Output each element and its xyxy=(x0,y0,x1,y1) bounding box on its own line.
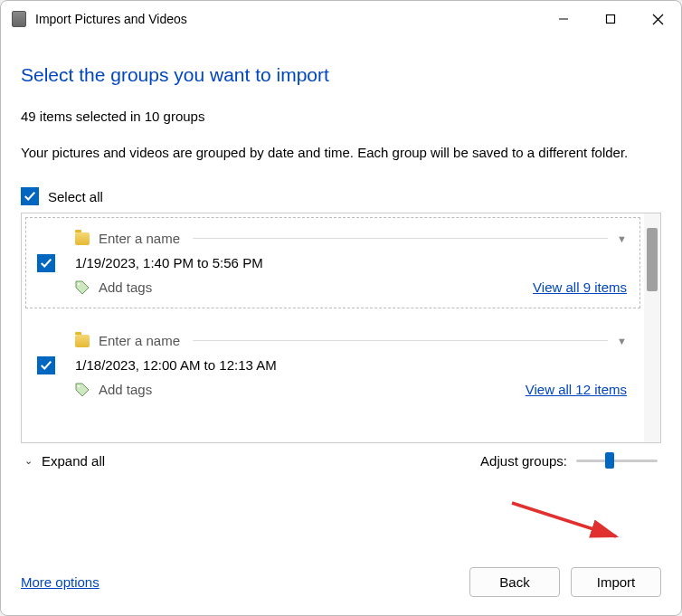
group-date-range: 1/19/2023, 1:40 PM to 5:56 PM xyxy=(75,255,627,270)
description-text: Your pictures and videos are grouped by … xyxy=(21,142,661,164)
view-all-link[interactable]: View all 12 items xyxy=(526,382,627,397)
view-all-link[interactable]: View all 9 items xyxy=(533,280,627,295)
groups-list-inner: Enter a name ▼ 1/19/2023, 1:40 PM to 5:5… xyxy=(22,213,644,442)
name-underline xyxy=(193,238,608,239)
group-item[interactable]: Enter a name ▼ 1/18/2023, 12:00 AM to 12… xyxy=(25,319,640,411)
import-button[interactable]: Import xyxy=(571,567,661,597)
select-all-row: Select all xyxy=(21,187,661,205)
tag-icon xyxy=(75,280,90,295)
group-name-input[interactable]: Enter a name xyxy=(99,231,180,246)
maximize-button[interactable] xyxy=(587,1,634,37)
group-date-range: 1/18/2023, 12:00 AM to 12:13 AM xyxy=(75,357,627,373)
slider-thumb[interactable] xyxy=(605,452,614,469)
minimize-icon xyxy=(558,14,569,24)
group-tags-row: Add tags View all 9 items xyxy=(75,280,627,295)
group-checkbox[interactable] xyxy=(37,254,55,272)
close-icon xyxy=(652,14,664,25)
tag-icon xyxy=(75,383,90,397)
group-checkbox[interactable] xyxy=(37,356,55,374)
content-area: Select the groups you want to import 49 … xyxy=(1,37,681,554)
groups-list: Enter a name ▼ 1/19/2023, 1:40 PM to 5:5… xyxy=(21,213,661,443)
check-icon xyxy=(40,257,52,270)
more-options-link[interactable]: More options xyxy=(21,574,459,590)
scrollbar[interactable] xyxy=(644,213,660,442)
selection-summary: 49 items selected in 10 groups xyxy=(21,106,661,128)
group-item[interactable]: Enter a name ▼ 1/19/2023, 1:40 PM to 5:5… xyxy=(25,217,640,308)
group-name-row: Enter a name ▼ xyxy=(75,333,627,348)
chevron-down-icon[interactable]: ▼ xyxy=(617,233,627,244)
page-heading: Select the groups you want to import xyxy=(21,64,661,86)
titlebar: Import Pictures and Videos xyxy=(1,1,681,37)
scrollbar-thumb[interactable] xyxy=(647,228,658,291)
below-list-row: ⌄ Expand all Adjust groups: xyxy=(21,443,661,469)
back-button[interactable]: Back xyxy=(469,567,560,597)
name-underline xyxy=(193,340,608,341)
chevron-down-icon[interactable]: ▼ xyxy=(617,336,627,346)
group-tags-row: Add tags View all 12 items xyxy=(75,382,627,397)
adjust-groups-slider[interactable] xyxy=(576,452,658,469)
expand-all-link[interactable]: Expand all xyxy=(42,453,480,469)
window-controls xyxy=(540,1,681,37)
check-icon xyxy=(24,190,36,203)
chevron-down-icon[interactable]: ⌄ xyxy=(24,455,33,467)
svg-line-6 xyxy=(512,503,616,536)
folder-icon xyxy=(75,335,90,347)
svg-rect-1 xyxy=(607,15,615,24)
app-icon xyxy=(12,11,26,27)
annotation-arrow xyxy=(507,498,634,548)
select-all-checkbox[interactable] xyxy=(21,187,39,205)
group-body: Enter a name ▼ 1/18/2023, 12:00 AM to 12… xyxy=(75,333,627,397)
group-body: Enter a name ▼ 1/19/2023, 1:40 PM to 5:5… xyxy=(75,231,627,295)
group-name-input[interactable]: Enter a name xyxy=(99,333,180,348)
adjust-groups-label: Adjust groups: xyxy=(480,453,567,469)
close-button[interactable] xyxy=(634,1,681,37)
folder-icon xyxy=(75,232,90,245)
footer: More options Back Import xyxy=(1,554,681,615)
group-name-row: Enter a name ▼ xyxy=(75,231,627,246)
window-title: Import Pictures and Videos xyxy=(35,12,540,26)
add-tags-input[interactable]: Add tags xyxy=(99,280,533,295)
svg-point-5 xyxy=(78,384,80,386)
slider-track xyxy=(576,460,658,462)
add-tags-input[interactable]: Add tags xyxy=(99,382,526,397)
check-icon xyxy=(40,359,52,372)
minimize-button[interactable] xyxy=(540,1,587,37)
maximize-icon xyxy=(605,14,616,24)
import-window: Import Pictures and Videos Select the gr… xyxy=(0,0,682,616)
svg-point-4 xyxy=(78,282,80,284)
select-all-label: Select all xyxy=(48,189,103,204)
